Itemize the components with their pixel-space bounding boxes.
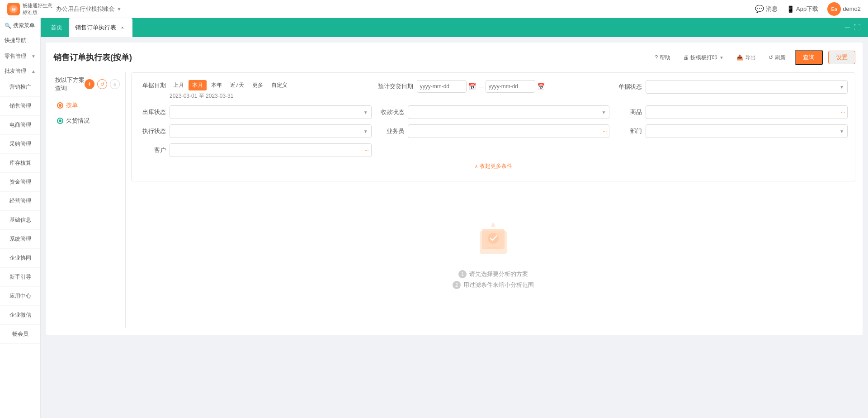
help-button[interactable]: ? 帮助 [651, 52, 674, 63]
sidebar-item-purchase[interactable]: 采购管理 [0, 135, 40, 154]
wholesale-label: 批发管理 [5, 67, 26, 75]
collapse-panel-button[interactable]: « [110, 79, 120, 89]
filter-cell-outbound: 出库状态 已出库 未出库 部分出库 ▼ [139, 105, 372, 119]
goods-dots-button[interactable]: ··· [841, 109, 845, 115]
payment-status-label: 收款状态 [377, 108, 404, 116]
collapse-filter-button[interactable]: ∧ 收起更多条件 [139, 159, 848, 174]
sidebar-item-ecommerce[interactable]: 电商管理 [0, 116, 40, 135]
sidebar-item-appcenter[interactable]: 应用中心 [0, 287, 40, 306]
sidebar-item-inventory[interactable]: 库存核算 [0, 154, 40, 173]
sidebar-item-finance[interactable]: 资金管理 [0, 173, 40, 192]
sidebar-item-newbie[interactable]: 新手引导 [0, 268, 40, 287]
date-tab-this-year[interactable]: 本年 [208, 80, 226, 90]
exec-status-label: 执行状态 [139, 127, 166, 135]
sidebar-item-operation[interactable]: 经营管理 [0, 192, 40, 211]
tab-bar: 首页 销售订单执行表 × ─ ⛶ [41, 18, 868, 37]
export-button[interactable]: 📤 导出 [733, 52, 760, 63]
export-label: 导出 [745, 54, 756, 62]
query-button[interactable]: 查询 [795, 50, 823, 65]
query-label: 查询 [803, 53, 815, 62]
hint1-num: 1 [458, 270, 467, 278]
left-panel-header: 按以下方案查询 + ↺ « [53, 72, 122, 96]
top-bar-left: 好 畅捷通好生意 标准版 办公用品行业模拟账套 ▼ [7, 2, 122, 15]
menu-item-by-debt[interactable]: 欠货情况 [53, 113, 122, 128]
expected-date-to-input[interactable] [486, 80, 535, 93]
doc-status-select[interactable]: 已审核 未审核 作废 [646, 80, 848, 94]
app-download-button[interactable]: 📱 App下载 [787, 5, 818, 13]
date-tab-last7[interactable]: 近7天 [226, 80, 248, 90]
filter-cell-salesperson: 业务员 ··· [377, 124, 610, 138]
setting-button[interactable]: 设置 [828, 51, 855, 64]
hint1-text: 请先选择要分析的方案 [469, 270, 528, 278]
filter-row-4: 客户 ··· [139, 143, 848, 157]
date-tab-current-month[interactable]: 本月 [189, 80, 207, 90]
calendar-from-icon[interactable]: 📅 [468, 83, 476, 90]
maximize-icon[interactable]: ⛶ [854, 24, 861, 32]
dept-select[interactable] [646, 124, 848, 138]
tab-close-button[interactable]: × [119, 24, 126, 31]
exec-status-select[interactable]: 执行中 已完成 未开始 [170, 124, 372, 138]
sidebar-item-vip[interactable]: 畅会员 [0, 325, 40, 344]
customer-label: 客户 [139, 146, 166, 154]
outbound-status-dropdown[interactable]: 已出库 未出库 部分出库 ▼ [170, 105, 372, 119]
sidebar-item-sales[interactable]: 销售管理 [0, 97, 40, 116]
customer-input[interactable] [170, 143, 372, 157]
hint2-text: 用过滤条件来缩小分析范围 [463, 281, 534, 289]
tab-active-label: 销售订单执行表 [75, 24, 116, 32]
sidebar-item-system[interactable]: 系统管理 [0, 230, 40, 249]
wholesale-arrow-icon: ▲ [31, 69, 36, 74]
filter-cell-doc-status: 单据状态 已审核 未审核 作废 ▼ [615, 80, 848, 94]
dept-dropdown[interactable]: ▼ [646, 124, 848, 138]
menu-item-by-order-label: 按单 [66, 101, 78, 109]
breadcrumb-area[interactable]: 办公用品行业模拟账套 ▼ [56, 5, 122, 13]
quick-nav-label: 快捷导航 [5, 37, 26, 44]
sidebar-item-wholesale[interactable]: 批发管理 ▲ [0, 63, 40, 78]
date-range-display: 2023-03-01 至 2023-03-31 [170, 92, 233, 100]
outbound-status-select[interactable]: 已出库 未出库 部分出库 [170, 105, 372, 119]
sidebar-item-cooperation[interactable]: 企业协同 [0, 249, 40, 268]
salesperson-input[interactable] [408, 124, 610, 138]
sidebar-item-marketing[interactable]: 营销推广 [0, 78, 40, 97]
filter-row-3: 执行状态 执行中 已完成 未开始 ▼ [139, 124, 848, 138]
collapse-filter-label: 收起更多条件 [480, 162, 512, 170]
page-title: 销售订单执行表(按单) [53, 52, 132, 63]
sidebar-quick-nav[interactable]: 快捷导航 [0, 33, 40, 48]
message-icon: 💬 [755, 5, 764, 13]
doc-status-dropdown[interactable]: 已审核 未审核 作废 ▼ [646, 80, 848, 94]
date-tab-custom[interactable]: 自定义 [268, 80, 291, 90]
goods-input[interactable] [646, 105, 848, 119]
svg-marker-6 [491, 222, 495, 227]
date-tab-more[interactable]: 更多 [249, 80, 267, 90]
calendar-to-icon[interactable]: 📅 [537, 83, 545, 90]
message-button[interactable]: 💬 消息 [755, 5, 778, 13]
add-scheme-button[interactable]: + [85, 79, 94, 89]
customer-dots-button[interactable]: ··· [364, 147, 368, 153]
refresh-button[interactable]: ↺ 刷新 [765, 52, 789, 63]
payment-status-select[interactable]: 已收款 未收款 部分收款 [408, 105, 610, 119]
user-menu[interactable]: Ea demo2 [827, 2, 861, 16]
breadcrumb-text: 办公用品行业模拟账套 [56, 5, 115, 13]
refresh-scheme-button[interactable]: ↺ [97, 79, 107, 89]
print-button[interactable]: 🖨 按模板打印 ▼ [679, 52, 727, 63]
tab-active[interactable]: 销售订单执行表 × [69, 18, 132, 37]
payment-status-dropdown[interactable]: 已收款 未收款 部分收款 ▼ [408, 105, 610, 119]
date-label: 单据日期 [139, 81, 166, 90]
sidebar-item-retail[interactable]: 零售管理 ▼ [0, 48, 40, 63]
menu-item-by-order[interactable]: 按单 [53, 98, 122, 113]
minimize-icon[interactable]: ─ [845, 24, 850, 32]
expected-date-from-input[interactable] [417, 80, 467, 93]
salesperson-dots-button[interactable]: ··· [603, 128, 607, 134]
sidebar-item-wechat[interactable]: 企业微信 [0, 306, 40, 325]
main-layout: 🔍 搜索菜单 快捷导航 零售管理 ▼ 批发管理 ▲ 营销推广 销售管理 电商管理… [0, 18, 868, 418]
sidebar-item-basic[interactable]: 基础信息 [0, 211, 40, 230]
tab-home[interactable]: 首页 [44, 18, 69, 37]
date-tabs: 上月 本月 本年 近7天 更多 自定义 [170, 80, 291, 90]
exec-status-dropdown[interactable]: 执行中 已完成 未开始 ▼ [170, 124, 372, 138]
by-debt-dot-icon [57, 118, 63, 124]
filter-container: 单据日期 上月 本月 本年 近7天 更多 自定义 [131, 72, 855, 181]
logo-icon: 好 [7, 3, 20, 15]
print-icon: 🖨 [683, 54, 689, 61]
sidebar-search[interactable]: 🔍 搜索菜单 [0, 18, 40, 33]
date-tab-last-month[interactable]: 上月 [170, 80, 188, 90]
phone-icon: 📱 [787, 5, 794, 13]
